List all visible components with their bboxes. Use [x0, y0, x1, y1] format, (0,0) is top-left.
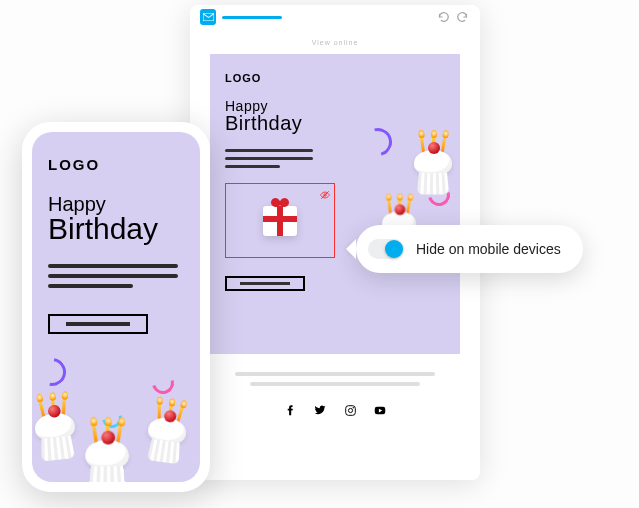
editor-toolbar: [190, 5, 480, 29]
facebook-icon[interactable]: [284, 404, 296, 416]
svg-point-5: [352, 407, 353, 408]
instagram-icon[interactable]: [344, 404, 356, 416]
phone-mockup: LOGO Happy Birthday: [22, 122, 210, 492]
twitter-icon[interactable]: [314, 404, 326, 416]
svg-rect-3: [345, 405, 355, 415]
undo-icon[interactable]: [436, 10, 450, 24]
tooltip-arrow: [346, 239, 356, 259]
email-headline-2: Birthday: [225, 112, 445, 135]
toggle-knob: [385, 240, 403, 258]
email-card[interactable]: LOGO Happy Birthday: [210, 54, 460, 354]
eye-off-icon[interactable]: [319, 187, 331, 199]
svg-point-4: [348, 408, 352, 412]
hide-on-mobile-tooltip: Hide on mobile devices: [346, 225, 583, 273]
phone-screen: LOGO Happy Birthday: [32, 132, 200, 482]
tooltip-bubble: Hide on mobile devices: [356, 225, 583, 273]
mail-icon[interactable]: [200, 9, 216, 25]
redo-icon[interactable]: [456, 10, 470, 24]
email-logo: LOGO: [225, 72, 445, 84]
cta-button[interactable]: [225, 276, 305, 291]
gift-icon: [263, 206, 297, 236]
body-text-placeholder: [225, 149, 445, 168]
phone-logo: LOGO: [48, 156, 184, 173]
youtube-icon[interactable]: [374, 404, 386, 416]
view-online-link[interactable]: View online: [210, 39, 460, 46]
tooltip-label: Hide on mobile devices: [416, 241, 561, 257]
phone-body-text-placeholder: [48, 264, 184, 288]
toolbar-progress: [222, 16, 282, 19]
phone-headline-2: Birthday: [48, 212, 184, 246]
phone-cta-button: [48, 314, 148, 334]
hide-on-mobile-toggle[interactable]: [368, 239, 404, 259]
footer-text-placeholder: [210, 372, 460, 386]
gift-image-block-selected[interactable]: [225, 183, 335, 258]
social-links-row: [210, 404, 460, 416]
body-text-placeholder: [347, 183, 445, 202]
cupcake-illustration: [32, 362, 200, 482]
